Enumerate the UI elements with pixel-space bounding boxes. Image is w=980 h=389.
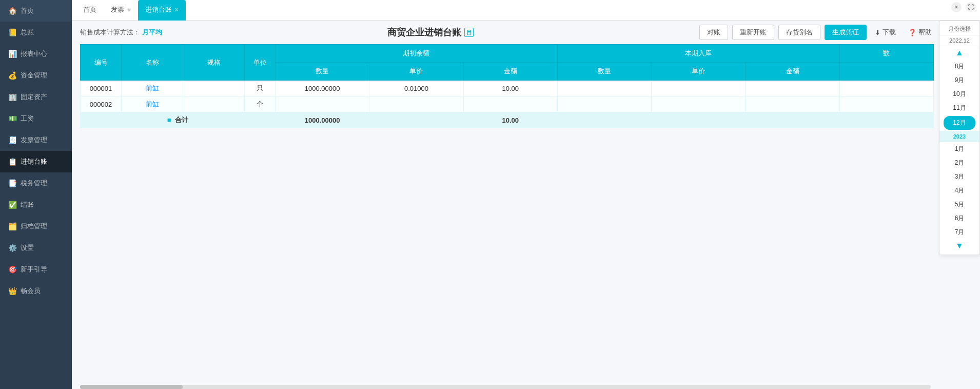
total-ob-price — [369, 112, 463, 128]
month-item-8[interactable]: 8月 — [939, 60, 979, 73]
sidebar-item-salary[interactable]: 💵 工资 — [0, 108, 72, 129]
total-in-amount — [746, 112, 839, 128]
guide-icon: 🎯 — [8, 265, 16, 274]
cell-unit: 只 — [245, 81, 276, 96]
month-item-2023-3[interactable]: 3月 — [939, 170, 979, 184]
tax-icon: 📑 — [8, 179, 16, 187]
toolbar: 对账 重新开账 存货别名 生成凭证 ⬇ 下载 ❓ 帮助 🔄 刷新 — [699, 25, 972, 40]
col-ob-amount: 金额 — [463, 63, 557, 81]
col-name: 名称 — [122, 45, 183, 81]
col-ob-qty: 数量 — [276, 63, 369, 81]
total-ob-qty: 1000.00000 — [276, 112, 369, 128]
vip-icon: 👑 — [8, 287, 16, 295]
info-icon[interactable]: 目 — [464, 28, 474, 37]
archive-icon: 🗂️ — [8, 222, 16, 230]
assets-icon: 🏢 — [8, 93, 16, 101]
page-title: 商贸企业进销台账 目 — [387, 26, 474, 38]
current-date-display: 2022.12 — [939, 35, 979, 46]
sidebar-item-ledger[interactable]: 📒 总账 — [0, 22, 72, 43]
product-link[interactable]: 前缸 — [146, 100, 159, 108]
table-row: 000001 前缸 只 1000.00000 0.01000 10.00 — [81, 81, 934, 96]
table-row: 000002 前缸 个 — [81, 96, 934, 112]
sidebar-item-guide[interactable]: 🎯 新手引导 — [0, 259, 72, 280]
cell-spec — [183, 96, 245, 112]
home-icon: 🏠 — [8, 7, 16, 15]
sidebar-item-archive[interactable]: 🗂️ 归档管理 — [0, 216, 72, 237]
content-area: 销售成本计算方法： 月平均 商贸企业进销台账 目 对账 重新开账 存货别名 生成… — [72, 21, 980, 389]
col-current-in: 本期入库 — [557, 45, 839, 63]
cell-out-qty — [839, 81, 933, 96]
sidebar-item-reports[interactable]: 📊 报表中心 — [0, 43, 72, 65]
cell-ob-qty: 1000.00000 — [276, 81, 369, 96]
sidebar: 🏠 首页 📒 总账 📊 报表中心 💰 资金管理 🏢 固定资产 💵 工资 🧾 发票… — [0, 0, 72, 389]
col-ob-price: 单价 — [369, 63, 463, 81]
reports-icon: 📊 — [8, 50, 16, 58]
month-item-9[interactable]: 9月 — [939, 73, 979, 87]
maximize-button[interactable]: ⛶ — [966, 2, 976, 12]
window-controls: × ⛶ — [951, 2, 976, 12]
product-link[interactable]: 前缸 — [146, 84, 159, 92]
cell-in-qty — [557, 81, 651, 96]
tab-invoice[interactable]: 发票 × — [104, 0, 138, 21]
col-out-qty-sub — [839, 63, 933, 81]
cell-name: 前缸 — [122, 96, 183, 112]
month-item-2023-2[interactable]: 2月 — [939, 156, 979, 170]
cell-ob-price — [369, 96, 463, 112]
salary-icon: 💵 — [8, 114, 16, 123]
tab-home[interactable]: 首页 — [76, 0, 104, 21]
cell-ob-amount — [463, 96, 557, 112]
col-out-qty: 数 — [839, 45, 933, 63]
scrollbar-thumb[interactable] — [80, 385, 183, 389]
help-icon: ❓ — [908, 29, 916, 36]
settlement-icon: ✅ — [8, 201, 16, 209]
close-purchase-sales-tab[interactable]: × — [175, 6, 179, 13]
total-row: ■ 合计 1000.00000 10.00 — [81, 112, 934, 128]
col-in-qty: 数量 — [557, 63, 651, 81]
col-in-amount: 金额 — [746, 63, 839, 81]
scroll-up-button[interactable]: ▲ — [939, 46, 979, 60]
reopen-button[interactable]: 重新开账 — [732, 25, 774, 40]
month-item-2023-5[interactable]: 5月 — [939, 198, 979, 211]
generate-voucher-button[interactable]: 生成凭证 — [825, 25, 867, 40]
month-panel-title: 月份选择 — [939, 23, 979, 35]
tab-purchase-sales[interactable]: 进销台账 × — [138, 0, 186, 21]
horizontal-scrollbar[interactable] — [80, 385, 931, 389]
download-icon: ⬇ — [875, 29, 880, 36]
cell-ob-price: 0.01000 — [369, 81, 463, 96]
sidebar-item-settlement[interactable]: ✅ 结账 — [0, 194, 72, 216]
invoice-mgmt-icon: 🧾 — [8, 136, 16, 144]
sidebar-item-assets[interactable]: 🏢 固定资产 — [0, 86, 72, 108]
download-button[interactable]: ⬇ 下载 — [871, 25, 900, 40]
close-button[interactable]: × — [951, 2, 962, 12]
month-item-2023-7[interactable]: 7月 — [939, 225, 979, 239]
reconcile-button[interactable]: 对账 — [699, 25, 728, 40]
sidebar-item-home[interactable]: 🏠 首页 — [0, 0, 72, 22]
sidebar-item-invoice-mgmt[interactable]: 🧾 发票管理 — [0, 129, 72, 151]
main-area: × ⛶ 首页 发票 × 进销台账 × 销售成本计算方法： 月平均 商贸企业进销台… — [72, 0, 980, 389]
close-invoice-tab[interactable]: × — [127, 6, 131, 13]
month-item-11[interactable]: 11月 — [939, 101, 979, 115]
total-in-qty — [557, 112, 651, 128]
save-alias-button[interactable]: 存货别名 — [778, 25, 820, 40]
sidebar-item-purchase-sales[interactable]: 📋 进销台账 — [0, 151, 72, 172]
month-item-10[interactable]: 10月 — [939, 87, 979, 101]
sidebar-item-funds[interactable]: 💰 资金管理 — [0, 65, 72, 86]
col-code: 编号 — [81, 45, 122, 81]
top-bar: 销售成本计算方法： 月平均 商贸企业进销台账 目 对账 重新开账 存货别名 生成… — [72, 21, 980, 44]
sidebar-item-tax[interactable]: 📑 税务管理 — [0, 172, 72, 194]
month-item-2023-6[interactable]: 6月 — [939, 211, 979, 225]
cell-name: 前缸 — [122, 81, 183, 96]
cell-in-qty — [557, 96, 651, 112]
sidebar-item-settings[interactable]: ⚙️ 设置 — [0, 237, 72, 259]
sidebar-item-vip[interactable]: 👑 畅会员 — [0, 280, 72, 302]
cell-in-price — [652, 96, 746, 112]
total-icon: ■ — [167, 116, 171, 124]
help-button[interactable]: ❓ 帮助 — [904, 25, 936, 40]
scroll-down-button[interactable]: ▼ — [939, 239, 979, 252]
col-unit: 单位 — [245, 45, 276, 81]
month-item-12[interactable]: 12月 — [944, 116, 975, 130]
table-container[interactable]: 编号 名称 规格 单位 期初余额 本期入库 数 数量 单价 金额 数量 单价 — [72, 44, 980, 389]
month-item-2023-4[interactable]: 4月 — [939, 184, 979, 198]
month-item-2023-1[interactable]: 1月 — [939, 142, 979, 156]
cell-code: 000001 — [81, 81, 122, 96]
